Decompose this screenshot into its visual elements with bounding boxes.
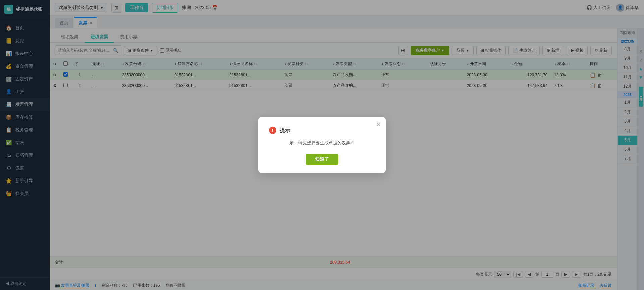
warning-icon: ! — [269, 127, 276, 134]
modal-ok-button[interactable]: 知道了 — [306, 154, 338, 165]
modal-dialog: ✕ ! 提示 亲，请先选择要生成单据的发票！ 知道了 — [258, 117, 386, 173]
modal-body: 亲，请先选择要生成单据的发票！ — [269, 140, 375, 146]
modal-overlay: ✕ ! 提示 亲，请先选择要生成单据的发票！ 知道了 — [0, 0, 644, 290]
modal-close-button[interactable]: ✕ — [376, 121, 381, 128]
modal-title: 提示 — [280, 127, 290, 134]
modal-title-row: ! 提示 — [269, 127, 290, 134]
